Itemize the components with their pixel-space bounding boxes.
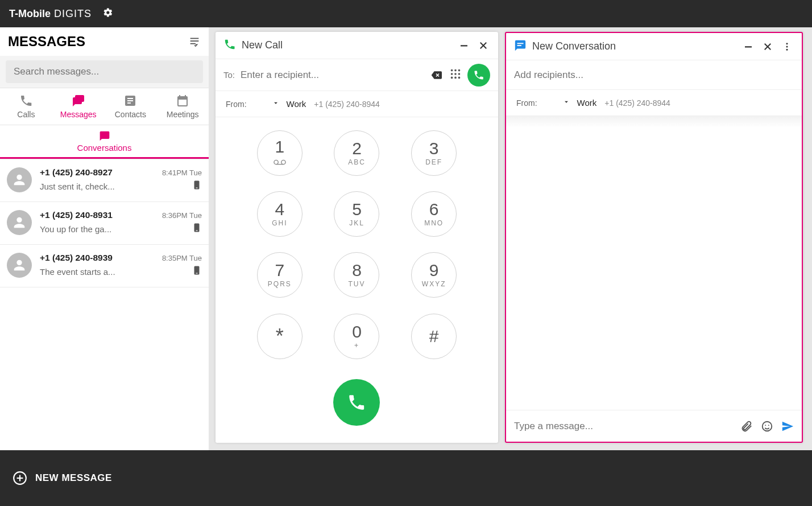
svg-point-21 <box>454 76 457 79</box>
phone-device-icon <box>192 264 202 279</box>
close-button[interactable] <box>477 39 490 52</box>
dial-key-star[interactable]: * <box>257 314 303 359</box>
svg-point-15 <box>454 69 457 71</box>
attachment-icon[interactable] <box>740 420 753 433</box>
svg-rect-4 <box>196 188 198 188</box>
close-button[interactable] <box>761 40 774 54</box>
dial-key-hash[interactable]: # <box>411 314 457 359</box>
backspace-icon[interactable] <box>429 69 444 81</box>
minimize-button[interactable] <box>741 40 755 54</box>
svg-point-31 <box>786 43 788 44</box>
dial-key-3[interactable]: 3DEF <box>411 130 457 176</box>
new-message-plus-icon[interactable] <box>13 471 27 486</box>
dial-key-9[interactable]: 9WXYZ <box>411 252 457 298</box>
conversation-number: +1 (425) 240-8939 <box>40 253 113 263</box>
phone-device-icon <box>192 179 202 194</box>
list-item[interactable]: +1 (425) 240-89318:36PM Tue You up for t… <box>0 202 209 245</box>
svg-rect-2 <box>190 43 196 44</box>
svg-point-35 <box>765 425 766 426</box>
from-line-name[interactable]: Work <box>287 99 306 109</box>
dial-key-4[interactable]: 4GHI <box>257 191 303 237</box>
svg-point-19 <box>458 73 461 75</box>
conversation-list: +1 (425) 240-89278:41PM Tue Just sent it… <box>0 159 209 450</box>
dial-key-1[interactable]: 1 <box>257 130 303 176</box>
conversation-time: 8:36PM Tue <box>162 211 202 220</box>
send-icon[interactable] <box>781 420 794 433</box>
tab-calls[interactable]: Calls <box>0 88 52 125</box>
chat-icon <box>514 39 527 54</box>
from-line-number: +1 (425) 240-8944 <box>314 100 380 109</box>
conversation-time: 8:35PM Tue <box>162 254 202 262</box>
filter-dropdown-icon[interactable] <box>188 35 201 48</box>
compose-input[interactable] <box>514 421 732 432</box>
new-call-panel: New Call To: From: Work +1 (425) 240-894… <box>216 32 498 443</box>
brand-light: DIGITS <box>54 8 92 20</box>
phone-device-icon <box>192 221 202 236</box>
list-item[interactable]: +1 (425) 240-89398:35PM Tue The event st… <box>0 245 209 287</box>
svg-point-23 <box>274 160 278 164</box>
tab-label: Messages <box>60 110 97 119</box>
svg-point-24 <box>281 160 285 164</box>
new-message-button[interactable]: NEW MESSAGE <box>35 472 112 484</box>
svg-rect-9 <box>461 45 467 46</box>
dial-key-8[interactable]: 8TUV <box>334 252 379 298</box>
dial-key-0[interactable]: 0+ <box>334 314 379 359</box>
from-label: From: <box>516 98 537 108</box>
sidebar-header: MESSAGES <box>0 27 209 56</box>
tab-label: Contacts <box>115 110 146 119</box>
search-input[interactable] <box>6 60 203 83</box>
svg-point-14 <box>451 69 453 71</box>
compose-bar <box>506 410 802 442</box>
tab-messages[interactable]: Messages <box>52 88 105 125</box>
conversation-preview: Just sent it, check... <box>40 182 115 191</box>
svg-point-22 <box>458 76 461 79</box>
list-item[interactable]: +1 (425) 240-89278:41PM Tue Just sent it… <box>0 159 209 202</box>
svg-rect-8 <box>196 273 198 274</box>
svg-point-32 <box>786 46 788 47</box>
dialpad-toggle-icon[interactable] <box>449 68 462 83</box>
svg-point-20 <box>451 76 453 79</box>
tab-meetings[interactable]: Meetings <box>156 88 209 125</box>
dial-key-5[interactable]: 5JKL <box>334 191 379 237</box>
tab-contacts[interactable]: Contacts <box>105 88 157 125</box>
app-top-bar: T-Mobile DIGITS <box>0 0 812 27</box>
settings-gear-icon[interactable] <box>103 7 113 20</box>
place-call-button[interactable] <box>333 379 380 426</box>
from-line-number: +1 (425) 240-8944 <box>604 98 670 108</box>
start-call-button[interactable] <box>467 64 490 87</box>
main-area: New Call To: From: Work +1 (425) 240-894… <box>209 27 812 450</box>
dialpad: 1 2ABC 3DEF 4GHI 5JKL 6MNO 7PQRS 8TUV 9W… <box>216 117 498 443</box>
avatar <box>7 210 32 235</box>
chevron-down-icon[interactable] <box>272 99 280 109</box>
conversation-number: +1 (425) 240-8931 <box>40 210 113 220</box>
dial-key-6[interactable]: 6MNO <box>411 191 457 237</box>
avatar <box>7 253 32 278</box>
minimize-button[interactable] <box>457 39 471 52</box>
svg-rect-1 <box>190 40 199 42</box>
message-thread-area <box>506 127 802 410</box>
svg-rect-0 <box>190 38 199 39</box>
avatar <box>7 167 32 192</box>
svg-point-34 <box>763 421 772 431</box>
phone-icon <box>223 38 236 53</box>
svg-point-17 <box>451 73 453 75</box>
recipients-input[interactable] <box>514 69 794 81</box>
to-label: To: <box>223 70 235 80</box>
panel-title: New Call <box>242 39 451 51</box>
brand-bold: T-Mobile <box>9 8 51 20</box>
subtab-conversations[interactable]: Conversations <box>0 125 209 159</box>
panel-title: New Conversation <box>532 40 736 52</box>
more-menu-icon[interactable] <box>780 40 794 54</box>
tab-label: Calls <box>17 110 35 119</box>
emoji-icon[interactable] <box>761 420 773 433</box>
shadow-separator <box>506 116 802 127</box>
from-line-name[interactable]: Work <box>577 98 597 108</box>
subtab-label: Conversations <box>77 143 132 153</box>
dial-key-7[interactable]: 7PQRS <box>257 252 303 298</box>
svg-point-33 <box>786 48 788 50</box>
dial-key-2[interactable]: 2ABC <box>334 130 379 176</box>
svg-point-18 <box>454 73 457 75</box>
recipient-input[interactable] <box>241 69 423 81</box>
svg-rect-6 <box>196 231 198 231</box>
chevron-down-icon[interactable] <box>562 98 570 108</box>
